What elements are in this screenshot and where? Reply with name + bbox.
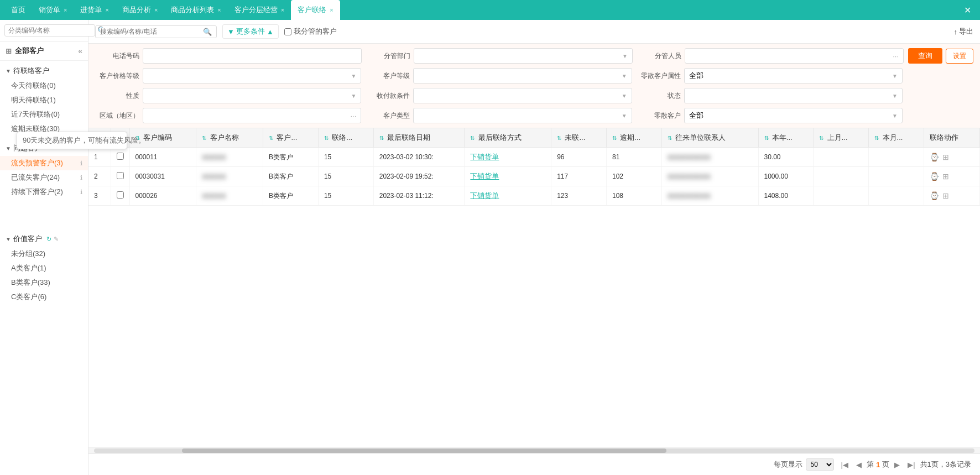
- cell-code-2: 000026: [129, 186, 196, 206]
- refresh-icon[interactable]: ↻: [46, 236, 51, 243]
- nature-label: 性质: [95, 91, 139, 101]
- tab-sales-close[interactable]: ×: [64, 7, 67, 13]
- tab-sales-order[interactable]: 销货单 ×: [32, 0, 74, 20]
- sidebar-item-today[interactable]: 今天待联络(0): [0, 79, 88, 93]
- sidebar-item-class-b[interactable]: B类客户(33): [0, 275, 88, 290]
- sidebar-group-pending-title[interactable]: ▼ 待联络客户: [0, 63, 88, 79]
- status-select[interactable]: ▼: [684, 88, 903, 103]
- sidebar-search-bar: 🔍: [0, 20, 88, 41]
- sort-icon-method[interactable]: ⇅: [470, 135, 475, 141]
- next-page-button[interactable]: ▶: [892, 460, 903, 470]
- tab-product-analysis-close[interactable]: ×: [154, 7, 158, 13]
- region-dots-icon[interactable]: ···: [350, 112, 356, 120]
- customer-type-select[interactable]: ▼: [413, 108, 632, 123]
- sidebar-group-value-title[interactable]: ▼ 价值客户 ↻ ✎: [0, 231, 88, 247]
- cell-contact-0: 15: [318, 148, 373, 167]
- tab-product-analysis[interactable]: 商品分析 ×: [116, 0, 164, 20]
- search-input[interactable]: [100, 28, 200, 35]
- top-navigation: 首页 销货单 × 进货单 × 商品分析 × 商品分析列表 × 客户分层经营 × …: [0, 0, 980, 20]
- last-page-button[interactable]: ▶|: [905, 460, 918, 470]
- sidebar-all-customers[interactable]: ⊞ 全部客户 «: [0, 41, 88, 61]
- my-customers-checkbox[interactable]: 我分管的客户: [284, 27, 337, 36]
- cell-year-0: 30.00: [758, 148, 814, 167]
- region-select[interactable]: ···: [143, 108, 361, 123]
- payment-select[interactable]: ▼: [413, 88, 632, 103]
- sidebar-item-tomorrow[interactable]: 明天待联络(1): [0, 93, 88, 107]
- sort-icon-contact[interactable]: ⇅: [324, 135, 329, 141]
- contact-action-icon-0[interactable]: ⌚: [930, 153, 939, 161]
- sort-icon-tm[interactable]: ⇅: [874, 135, 879, 141]
- my-customers-check[interactable]: [284, 28, 291, 35]
- settings-button[interactable]: 设置: [946, 49, 973, 64]
- price-level-select[interactable]: ▼: [143, 68, 361, 83]
- query-button[interactable]: 查询: [908, 48, 942, 64]
- sidebar-item-churned[interactable]: 已流失客户(24) ℹ: [0, 170, 88, 185]
- tab-sales-label: 销货单: [39, 5, 60, 15]
- method-link-2[interactable]: 下销货单: [470, 191, 499, 200]
- cell-not-1: 117: [551, 167, 607, 186]
- sort-icon-name[interactable]: ⇅: [202, 135, 206, 141]
- tab-customer-contact[interactable]: 客户联络 ×: [291, 0, 340, 20]
- blurred-name-2: XXXXX: [202, 192, 226, 200]
- row-checkbox-2[interactable]: [117, 191, 124, 199]
- contact-action-icon-2[interactable]: ⌚: [930, 191, 939, 200]
- scrollbar-thumb[interactable]: [182, 448, 666, 453]
- sidebar-item-unclassified[interactable]: 未分组(32): [0, 247, 88, 261]
- tab-customer-segmentation[interactable]: 客户分层经营 ×: [228, 0, 291, 20]
- tab-purchase-order[interactable]: 进货单 ×: [74, 0, 115, 20]
- contact-action-icon-1[interactable]: ⌚: [930, 172, 939, 181]
- more-conditions-button[interactable]: ▼ 更多条件 ▲: [222, 24, 279, 39]
- phone-input[interactable]: [143, 48, 362, 64]
- first-page-button[interactable]: |◀: [838, 460, 851, 470]
- tab-customer-seg-close[interactable]: ×: [281, 7, 284, 13]
- sort-icon-year[interactable]: ⇅: [764, 135, 769, 141]
- sort-icon-level[interactable]: ⇅: [269, 135, 273, 141]
- sort-icon-date[interactable]: ⇅: [379, 135, 384, 141]
- cell-checkbox-0: [111, 148, 129, 167]
- search-submit-icon[interactable]: 🔍: [203, 28, 212, 36]
- more-action-icon-2[interactable]: ⊞: [942, 191, 949, 200]
- row-checkbox-0[interactable]: [117, 153, 124, 160]
- sidebar-item-class-a[interactable]: A类客户(1): [0, 261, 88, 275]
- blurred-name-0: XXXXX: [202, 153, 226, 161]
- page-size-select[interactable]: 50 100 200: [806, 458, 834, 471]
- tab-purchase-close[interactable]: ×: [105, 7, 108, 13]
- close-all-button[interactable]: ✕: [960, 5, 976, 15]
- manager-dots-icon[interactable]: ···: [893, 52, 899, 60]
- more-action-icon-0[interactable]: ⊞: [942, 153, 949, 161]
- sidebar-search-input[interactable]: [4, 24, 95, 36]
- tab-product-list-close[interactable]: ×: [217, 7, 221, 13]
- customer-level-select[interactable]: ▼: [413, 68, 632, 83]
- sort-icon-not[interactable]: ⇅: [557, 135, 561, 141]
- nature-select[interactable]: ▼: [143, 88, 361, 103]
- dept-select[interactable]: ▼: [414, 48, 633, 64]
- sidebar-item-week[interactable]: 近7天待联络(0): [0, 107, 88, 122]
- tab-customer-contact-close[interactable]: ×: [330, 7, 333, 13]
- sidebar-collapse-button[interactable]: «: [78, 46, 82, 55]
- manager-select[interactable]: ···: [685, 48, 904, 64]
- prev-page-button[interactable]: ◀: [853, 460, 864, 470]
- sidebar-item-churn-warning[interactable]: 流失预警客户(3) ℹ: [0, 156, 88, 170]
- page-label: 第: [867, 460, 874, 469]
- row-checkbox-1[interactable]: [117, 172, 124, 179]
- cell-level-1: B类客户: [263, 167, 319, 186]
- cell-contacts-0: XXXXXXXXX: [661, 148, 758, 167]
- retail-attr-value: 全部: [689, 71, 703, 81]
- method-link-1[interactable]: 下销货单: [470, 172, 499, 180]
- retail-attr-select[interactable]: 全部 ▼: [684, 68, 903, 83]
- more-action-icon-1[interactable]: ⊞: [942, 172, 949, 181]
- sort-icon-lm[interactable]: ⇅: [819, 135, 823, 141]
- sidebar-item-class-c[interactable]: C类客户(6): [0, 290, 88, 304]
- sidebar-item-declining[interactable]: 持续下滑客户(2) ℹ: [0, 185, 88, 199]
- horizontal-scrollbar[interactable]: [88, 447, 980, 453]
- filter-price-level: 客户价格等级 ▼: [95, 68, 361, 83]
- retail-select[interactable]: 全部 ▼: [684, 108, 903, 123]
- export-button[interactable]: ↑ 导出: [954, 27, 974, 36]
- edit-icon[interactable]: ✎: [54, 236, 59, 243]
- tab-product-analysis-list[interactable]: 商品分析列表 ×: [164, 0, 227, 20]
- sort-icon-contacts[interactable]: ⇅: [668, 135, 672, 141]
- sort-icon-overdue[interactable]: ⇅: [612, 135, 617, 141]
- cell-checkbox-1: [111, 167, 129, 186]
- method-link-0[interactable]: 下销货单: [470, 153, 499, 161]
- tab-home[interactable]: 首页: [4, 0, 32, 20]
